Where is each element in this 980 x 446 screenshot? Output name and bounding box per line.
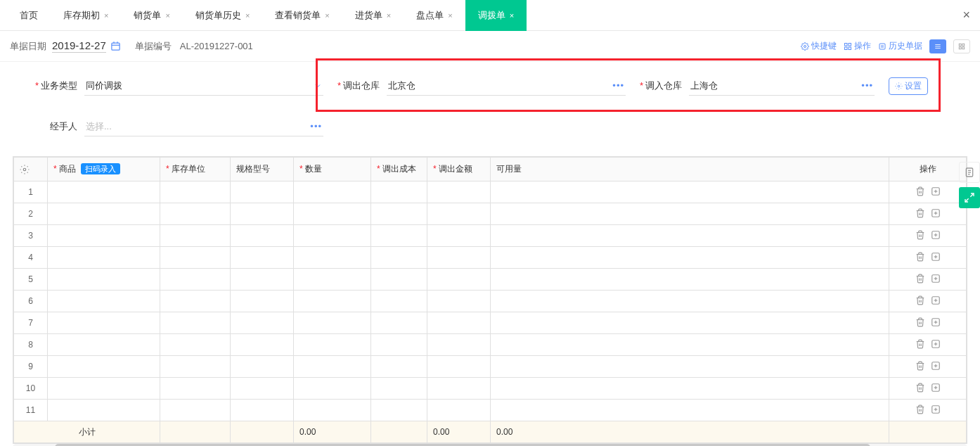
biz-type-select[interactable]: 同价调拨 (84, 77, 323, 96)
row-ops (889, 291, 967, 312)
add-row-icon[interactable] (931, 383, 941, 393)
row-number: 10 (14, 378, 48, 400)
svg-rect-16 (962, 44, 965, 46)
row-number: 6 (14, 291, 48, 312)
delete-row-icon[interactable] (915, 383, 925, 393)
col-cost: *调出成本 (371, 158, 427, 181)
col-spec: 规格型号 (231, 158, 294, 181)
delete-row-icon[interactable] (915, 230, 925, 240)
col-amount: *调出金额 (427, 158, 491, 181)
subtotal-row: 小计 0.00 0.00 0.00 (14, 421, 967, 443)
table-settings-header[interactable] (14, 158, 48, 181)
row-number: 2 (14, 203, 48, 225)
tab-home[interactable]: 首页 (7, 0, 51, 31)
table-row[interactable]: 2 (14, 203, 967, 225)
svg-rect-17 (959, 46, 961, 49)
delete-row-icon[interactable] (915, 252, 925, 262)
row-ops (889, 312, 967, 334)
row-number: 4 (14, 247, 48, 269)
delete-row-icon[interactable] (915, 361, 925, 371)
row-ops (889, 378, 967, 400)
col-ops: 操作 (889, 158, 967, 181)
close-icon[interactable]: × (104, 11, 108, 20)
close-all-tabs-icon[interactable]: × (962, 8, 970, 23)
row-ops (889, 247, 967, 269)
table-row[interactable]: 8 (14, 334, 967, 356)
in-warehouse-row: *调入仓库 上海仓 ••• 设置 (626, 76, 928, 96)
close-icon[interactable]: × (325, 11, 329, 20)
tab-sales-history[interactable]: 销货单历史× (183, 0, 262, 31)
add-row-icon[interactable] (931, 339, 941, 349)
scan-entry-button[interactable]: 扫码录入 (81, 163, 120, 174)
out-warehouse-select[interactable]: 北京仓 ••• (387, 77, 626, 96)
doc-num-value: AL-20191227-001 (180, 41, 253, 51)
table-row[interactable]: 6 (14, 291, 967, 312)
row-number: 7 (14, 312, 48, 334)
in-warehouse-select[interactable]: 上海仓 ••• (689, 77, 875, 96)
table-row[interactable]: 4 (14, 247, 967, 269)
add-row-icon[interactable] (931, 295, 941, 305)
close-icon[interactable]: × (245, 11, 250, 20)
table-row[interactable]: 7 (14, 312, 967, 334)
delete-row-icon[interactable] (915, 208, 925, 218)
delete-row-icon[interactable] (915, 317, 925, 327)
shortcut-link[interactable]: 快捷键 (801, 40, 837, 52)
add-row-icon[interactable] (931, 274, 941, 283)
add-row-icon[interactable] (931, 208, 941, 218)
more-icon[interactable]: ••• (861, 80, 873, 91)
table-row[interactable]: 11 (14, 400, 967, 421)
add-row-icon[interactable] (931, 252, 941, 262)
close-icon[interactable]: × (510, 11, 514, 20)
close-icon[interactable]: × (165, 11, 169, 20)
close-icon[interactable]: × (448, 11, 452, 20)
svg-rect-6 (849, 43, 851, 46)
delete-row-icon[interactable] (915, 274, 925, 283)
table-row[interactable]: 10 (14, 378, 967, 400)
side-panel (959, 162, 980, 212)
table-row[interactable]: 3 (14, 225, 967, 247)
add-row-icon[interactable] (931, 186, 941, 196)
toolbar: 单据日期 2019-12-27 单据编号 AL-20191227-001 快捷键… (0, 31, 980, 62)
table-row[interactable]: 1 (14, 181, 967, 203)
more-icon[interactable]: ••• (310, 121, 322, 132)
svg-point-19 (898, 85, 900, 87)
add-row-icon[interactable] (931, 361, 941, 371)
delete-row-icon[interactable] (915, 339, 925, 349)
operate-link[interactable]: 操作 (844, 40, 871, 52)
add-row-icon[interactable] (931, 230, 941, 240)
view-list-icon[interactable] (929, 39, 946, 53)
tab-inventory-init[interactable]: 库存期初× (51, 0, 121, 31)
close-icon[interactable]: × (387, 11, 391, 20)
row-ops (889, 203, 967, 225)
delete-row-icon[interactable] (915, 186, 925, 196)
col-qty: *数量 (294, 158, 371, 181)
handler-select[interactable]: 选择... ••• (84, 117, 323, 136)
svg-point-20 (23, 168, 26, 171)
table-row[interactable]: 9 (14, 356, 967, 378)
expand-icon[interactable] (959, 187, 980, 208)
svg-rect-5 (845, 43, 848, 46)
tab-view-sales[interactable]: 查看销货单× (262, 0, 342, 31)
more-icon[interactable]: ••• (612, 80, 624, 91)
notes-icon[interactable] (959, 162, 980, 183)
settings-button[interactable]: 设置 (889, 77, 928, 95)
date-value[interactable]: 2019-12-27 (52, 39, 106, 53)
tab-transfer[interactable]: 调拨单× (465, 0, 527, 31)
view-grid-icon[interactable] (953, 39, 970, 53)
delete-row-icon[interactable] (915, 295, 925, 305)
delete-row-icon[interactable] (915, 404, 925, 414)
table-row[interactable]: 5 (14, 269, 967, 291)
row-number: 11 (14, 400, 48, 421)
tab-purchase-order[interactable]: 进货单× (342, 0, 404, 31)
date-label: 单据日期 (10, 40, 46, 53)
history-link[interactable]: 历史单据 (878, 40, 922, 52)
add-row-icon[interactable] (931, 317, 941, 327)
tab-stocktake[interactable]: 盘点单× (404, 0, 465, 31)
svg-rect-18 (962, 46, 965, 49)
calendar-icon[interactable] (110, 41, 121, 51)
tab-sales-order[interactable]: 销货单× (121, 0, 182, 31)
add-row-icon[interactable] (931, 404, 941, 414)
items-table: *商品 扫码录入 *库存单位 规格型号 *数量 *调出成本 *调出金额 可用量 … (13, 156, 967, 444)
row-number: 8 (14, 334, 48, 356)
chevron-down-icon (314, 82, 322, 90)
